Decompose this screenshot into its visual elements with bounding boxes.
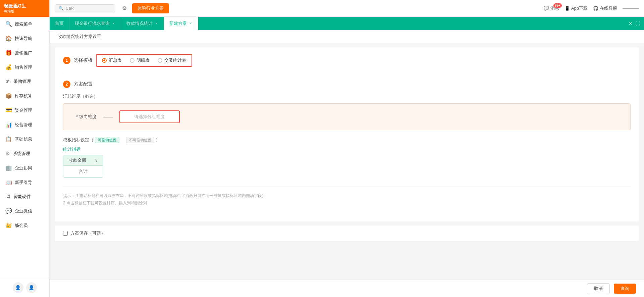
radio-summary[interactable]: 汇总表 — [102, 57, 122, 63]
topbar-search-box[interactable]: 🔍 CaR — [55, 4, 115, 12]
service-icon: 🎧 — [593, 6, 598, 11]
money-icon: 💰 — [5, 64, 12, 70]
message-badge: 99+ — [553, 3, 562, 8]
logo-version: 标准版 — [4, 9, 26, 14]
dim-placeholder[interactable]: 请选择分组维度 — [119, 110, 180, 123]
sidebar-item-wechat[interactable]: 💬 企业微信 — [0, 204, 49, 218]
query-button[interactable]: 查询 — [614, 284, 636, 294]
sidebar-item-member[interactable]: 👑 畅会员 — [0, 218, 49, 233]
sidebar-item-basic-info[interactable]: 📋 基础信息 — [0, 132, 49, 146]
sidebar-item-purchase[interactable]: 🛍 采购管理 — [0, 75, 49, 89]
sidebar-item-label: 智能硬件 — [13, 194, 31, 200]
tab-new-plan-close[interactable]: × — [189, 20, 193, 27]
building-icon: 🏢 — [5, 165, 12, 171]
section-sep — [63, 75, 631, 75]
radio-detail-label: 明细表 — [137, 57, 150, 63]
topbar: 🔍 CaR ⚙ 体验行业方案 💬 消息 99+ 📱 App下载 🎧 在线客服 —… — [50, 0, 644, 17]
book-icon: 📖 — [5, 179, 12, 186]
tab-new-plan[interactable]: 新建方案 × — [164, 17, 198, 30]
sidebar-item-enterprise[interactable]: 🏢 企业协同 — [0, 161, 49, 175]
cancel-button[interactable]: 取消 — [587, 283, 610, 294]
vertical-dim-label: * 纵向维度 — [76, 114, 97, 120]
save-label: 方案保存（可选） — [70, 230, 105, 236]
sidebar-avatar-2[interactable]: 👤 — [26, 282, 37, 293]
radio-detail[interactable]: 明细表 — [130, 57, 150, 63]
industry-btn[interactable]: 体验行业方案 — [132, 3, 169, 13]
sidebar-item-label: 企业协同 — [15, 165, 32, 171]
bag-icon: 🛍 — [5, 79, 11, 85]
separator-text — [120, 137, 125, 142]
sidebar-item-label: 畅会员 — [15, 222, 28, 229]
monitor-icon: 🖥 — [5, 194, 11, 200]
indicator-section: 模板指标设定（ 可拖动位置 不可拖动位置 ） 统计指标 收款金额 ∨ — [63, 137, 631, 179]
sidebar-item-operation[interactable]: 📊 经营管理 — [0, 117, 49, 132]
step1-header: 1 选择模板 汇总表 明细表 交叉统计表 — [63, 54, 631, 67]
gear-icon: ⚙ — [5, 150, 10, 157]
radio-cross-label: 交叉统计表 — [164, 57, 186, 63]
sidebar-item-search-menu[interactable]: 🔍 搜索菜单 — [0, 17, 49, 31]
main-area: 🔍 CaR ⚙ 体验行业方案 💬 消息 99+ 📱 App下载 🎧 在线客服 —… — [50, 0, 644, 297]
crown-icon: 👑 — [5, 222, 12, 229]
clipboard-icon: 📋 — [5, 136, 12, 142]
radio-cross[interactable]: 交叉统计表 — [158, 57, 186, 63]
chart-icon: 📊 — [5, 121, 12, 128]
tab-home[interactable]: 首页 — [50, 17, 69, 30]
step2-num: 2 — [63, 81, 70, 88]
home-icon: 🏠 — [5, 35, 12, 42]
sidebar-item-label: 库存核算 — [15, 93, 32, 99]
tab-receipt-stat[interactable]: 收款情况统计 × — [121, 17, 164, 30]
download-icon: 📱 — [565, 6, 570, 11]
box-icon: 📦 — [5, 93, 12, 99]
sidebar-item-finance[interactable]: 💳 资金管理 — [0, 103, 49, 117]
tab-bank-flow-close[interactable]: × — [112, 20, 115, 27]
sidebar-item-label: 系统管理 — [13, 151, 30, 157]
form-card: 1 选择模板 汇总表 明细表 交叉统计表 — [55, 47, 639, 221]
sidebar-item-label: 采购管理 — [13, 79, 31, 85]
tab-maximize-icon[interactable]: ⛶ — [635, 21, 640, 26]
page-header: 收款情况统计方案设置 — [50, 30, 644, 43]
settings-icon[interactable]: ⚙ — [122, 5, 127, 11]
sidebar-item-guide[interactable]: 📖 新手引导 — [0, 175, 49, 190]
tab-bank-flow[interactable]: 现金银行流水查询 × — [69, 17, 121, 30]
tab-close-all-icon[interactable]: ✕ — [629, 21, 633, 26]
dim-section-title: 汇总维度（必选） — [63, 93, 631, 99]
online-service-btn[interactable]: 🎧 在线客服 — [593, 5, 617, 11]
bottom-bar: 取消 查询 — [50, 280, 644, 297]
sidebar-item-marketing[interactable]: 🎁 营销推广 — [0, 46, 49, 60]
step2-section: 2 方案配置 汇总维度（必选） * 纵向维度 —— 请选择分组维度 — [63, 81, 631, 207]
sidebar-item-quick-nav[interactable]: 🏠 快速导航 — [0, 31, 49, 46]
logo-brand: 畅捷通好生 — [4, 3, 26, 9]
sidebar-item-inventory[interactable]: 📦 库存核算 — [0, 89, 49, 103]
tips-line2: 2.点击标题栏下拉可设置排序、插入列和删除列 — [63, 200, 631, 207]
topbar-right: 💬 消息 99+ 📱 App下载 🎧 在线客服 ———— — [544, 5, 639, 11]
indicator-table-header[interactable]: 收款金额 ∨ — [63, 155, 103, 166]
tab-receipt-stat-label: 收款情况统计 — [126, 20, 153, 27]
sidebar-item-label: 搜索菜单 — [15, 21, 32, 27]
save-checkbox[interactable] — [63, 231, 68, 236]
online-service-label: 在线客服 — [600, 5, 617, 11]
tab-receipt-stat-close[interactable]: × — [155, 20, 158, 27]
indicator-header-text: 模板指标设定（ 可拖动位置 不可拖动位置 ） — [63, 137, 160, 143]
breadcrumb: 收款情况统计方案设置 — [58, 34, 101, 39]
sidebar-item-sales[interactable]: 💰 销售管理 — [0, 60, 49, 75]
tabbar: 首页 现金银行流水查询 × 收款情况统计 × 新建方案 × ✕ ⛶ — [50, 17, 644, 30]
step1-num: 1 — [63, 57, 70, 64]
search-icon: 🔍 — [59, 6, 64, 11]
app-download-btn[interactable]: 📱 App下载 — [565, 5, 588, 11]
sidebar-item-system[interactable]: ⚙ 系统管理 — [0, 146, 49, 161]
template-radio-group: 汇总表 明细表 交叉统计表 — [96, 54, 192, 67]
tabbar-actions: ✕ ⛶ — [625, 17, 644, 30]
sidebar-item-smart-hw[interactable]: 🖥 智能硬件 — [0, 190, 49, 204]
dim-row: * 纵向维度 —— 请选择分组维度 — [71, 110, 622, 123]
message-btn[interactable]: 💬 消息 99+ — [544, 5, 559, 11]
sidebar: 畅捷通好生 标准版 🔍 搜索菜单 🏠 快速导航 🎁 营销推广 💰 销售管理 🛍 … — [0, 0, 50, 297]
tab-home-label: 首页 — [55, 20, 64, 27]
search-text: CaR — [66, 6, 74, 11]
sidebar-avatar-1[interactable]: 👤 — [13, 282, 23, 293]
sidebar-logo: 畅捷通好生 标准版 — [0, 0, 49, 17]
dim-section: 汇总维度（必选） * 纵向维度 —— 请选择分组维度 — [63, 93, 631, 130]
chevron-down-icon[interactable]: ∨ — [95, 158, 98, 163]
indicator-header: 模板指标设定（ 可拖动位置 不可拖动位置 ） — [63, 137, 631, 143]
indicator-table-cell: 合计 — [63, 166, 103, 177]
table-header-text: 收款金额 — [69, 157, 86, 163]
